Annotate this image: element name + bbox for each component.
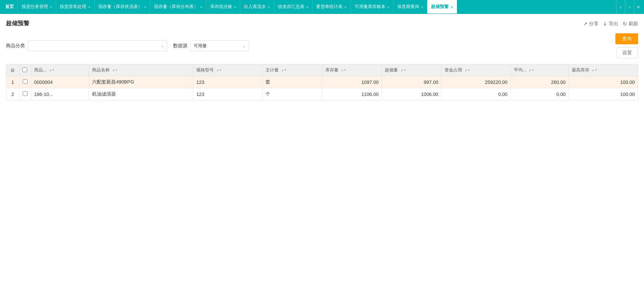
cell-spec: 123 <box>193 76 263 88</box>
close-icon[interactable]: × <box>421 5 423 9</box>
nav-tab-inout[interactable]: 出入库流水 × <box>240 0 274 14</box>
cell-max-stock: 100.00 <box>569 76 638 88</box>
filter-row: 商品分类 ⌄ 数据源 可用量 ⌄ 查询 设置 <box>6 33 638 58</box>
nav-tab-task-mgmt[interactable]: 拣货任务管理 × <box>18 0 56 14</box>
cell-overstock: 997.00 <box>382 76 442 88</box>
sort-icon[interactable]: ▲▼ <box>281 68 287 72</box>
row-number: 1 <box>6 76 19 88</box>
row-checkbox[interactable] <box>23 91 28 96</box>
export-icon: ⇓ <box>603 21 607 27</box>
th-overstock: 超储量 ▲▼ <box>382 64 442 76</box>
th-stock: 库存量 ▲▼ <box>322 64 382 76</box>
close-icon[interactable]: × <box>50 5 52 9</box>
row-checkbox-cell <box>19 88 31 100</box>
sort-icon[interactable]: ▲▼ <box>400 68 406 72</box>
nav-tab-batch[interactable]: 库存批次账 × <box>206 0 240 14</box>
refresh-button[interactable]: ↻ 刷新 <box>623 21 638 27</box>
row-number: 2 <box>6 88 19 100</box>
nav-tab-home[interactable]: 首页 <box>1 0 18 14</box>
cell-product-code: 0000004 <box>31 76 89 88</box>
table-row: 1 0000004 六配套新昌490BPG 123 套 1097.00 997.… <box>6 76 638 88</box>
share-button[interactable]: ↗ 分享 <box>583 21 599 27</box>
page-title: 超储预警 <box>6 20 29 27</box>
cell-max-stock: 100.00 <box>569 88 638 100</box>
table-body: 1 0000004 六配套新昌490BPG 123 套 1097.00 997.… <box>6 76 638 100</box>
nav-tab-order-stats[interactable]: 要货单统计表 × <box>312 0 351 14</box>
cell-product-name: 六配套新昌490BPG <box>89 76 193 88</box>
nav-tab-overstock[interactable]: 超储预警 × <box>427 0 457 14</box>
product-category-select[interactable]: ⌄ <box>28 40 167 51</box>
row-checkbox[interactable] <box>23 79 28 84</box>
chevron-down-icon: ⌄ <box>242 44 246 48</box>
table-header-row: ⚙ 商品... ▲▼ 商品名称 ▲▼ 规格型号 ▲▼ 主计 <box>6 64 638 76</box>
close-icon[interactable]: × <box>306 5 308 9</box>
cell-avg: 0.00 <box>511 88 568 100</box>
close-icon[interactable]: × <box>234 5 236 9</box>
share-icon: ↗ <box>583 21 588 27</box>
sort-icon[interactable]: ▲▼ <box>464 68 470 72</box>
cell-spec: 123 <box>193 88 263 100</box>
table-row: 2 186-10... 机油滤清器 123 个 1106.00 1006.00 … <box>6 88 638 100</box>
nav-tab-expiry[interactable]: 保质期查询 × <box>394 0 427 14</box>
nav-close-arrow[interactable]: × <box>634 0 643 14</box>
close-icon[interactable]: × <box>387 5 389 9</box>
close-icon[interactable]: × <box>200 5 202 9</box>
th-unit: 主计量 ▲▼ <box>262 64 322 76</box>
row-checkbox-cell <box>19 76 31 88</box>
nav-tab-exception[interactable]: 拣货异常处理 × <box>56 0 94 14</box>
th-max-stock: 最高库存 ▲▼ <box>569 64 638 76</box>
th-checkbox <box>19 64 31 76</box>
nav-arrows: ‹ › × <box>616 0 643 14</box>
th-avg: 平均... ▲▼ <box>511 64 568 76</box>
sort-icon[interactable]: ▲▼ <box>49 68 55 72</box>
datasource-label: 数据源 <box>173 42 187 49</box>
cell-avg: 260.00 <box>511 76 568 88</box>
top-navigation: 首页 拣货任务管理 × 拣货异常处理 × 现存量（库存状况表） × 现存量（库存… <box>0 0 644 14</box>
select-all-checkbox[interactable] <box>22 67 27 72</box>
product-category-filter: 商品分类 ⌄ <box>6 40 167 51</box>
nav-tab-available[interactable]: 可用量库存账本 × <box>351 0 394 14</box>
sort-icon[interactable]: ▲▼ <box>341 68 347 72</box>
sort-icon[interactable]: ▲▼ <box>528 68 534 72</box>
nav-right-arrow[interactable]: › <box>625 0 634 14</box>
settings-button[interactable]: 设置 <box>616 47 638 58</box>
sort-icon[interactable]: ▲▼ <box>216 68 222 72</box>
cell-product-code: 186-10... <box>31 88 89 100</box>
query-button[interactable]: 查询 <box>615 33 638 44</box>
close-icon[interactable]: × <box>450 5 453 9</box>
cell-stock: 1097.00 <box>322 76 382 88</box>
sort-icon[interactable]: ▲▼ <box>592 68 598 72</box>
cell-capital: 0.00 <box>442 88 511 100</box>
nav-tab-summary[interactable]: 收发存汇总表 × <box>274 0 312 14</box>
th-spec: 规格型号 ▲▼ <box>193 64 263 76</box>
sort-icon[interactable]: ▲▼ <box>112 68 118 72</box>
close-icon[interactable]: × <box>88 5 90 9</box>
export-button[interactable]: ⇓ 导出 <box>603 21 618 27</box>
product-category-label: 商品分类 <box>6 42 25 49</box>
cell-product-name: 机油滤清器 <box>89 88 193 100</box>
nav-left-arrow[interactable]: ‹ <box>616 0 625 14</box>
refresh-icon: ↻ <box>623 21 627 27</box>
cell-unit: 个 <box>262 88 322 100</box>
th-product-code: 商品... ▲▼ <box>31 64 89 76</box>
nav-tab-inventory-status[interactable]: 现存量（库存状况表） × <box>95 0 150 14</box>
page-actions: ↗ 分享 ⇓ 导出 ↻ 刷新 <box>583 21 638 27</box>
datasource-value: 可用量 <box>194 43 207 49</box>
th-gear: ⚙ <box>6 64 19 76</box>
cell-capital: 259220.00 <box>442 76 511 88</box>
datasource-select[interactable]: 可用量 ⌄ <box>190 40 249 51</box>
nav-tab-inventory-dist[interactable]: 现存量（库存分布表） × <box>150 0 206 14</box>
cell-stock: 1106.00 <box>322 88 382 100</box>
cell-overstock: 1006.00 <box>382 88 442 100</box>
close-icon[interactable]: × <box>344 5 347 9</box>
th-capital: 资金占用 ▲▼ <box>442 64 511 76</box>
gear-icon[interactable]: ⚙ <box>9 67 16 73</box>
close-icon[interactable]: × <box>144 5 146 9</box>
right-buttons: 查询 设置 <box>615 33 638 58</box>
close-icon[interactable]: × <box>268 5 270 9</box>
cell-unit: 套 <box>262 76 322 88</box>
datasource-filter: 数据源 可用量 ⌄ <box>173 40 249 51</box>
chevron-down-icon: ⌄ <box>161 44 164 48</box>
page-header: 超储预警 ↗ 分享 ⇓ 导出 ↻ 刷新 <box>6 20 638 27</box>
page-content: 超储预警 ↗ 分享 ⇓ 导出 ↻ 刷新 商品分类 ⌄ 数据源 <box>0 14 644 293</box>
